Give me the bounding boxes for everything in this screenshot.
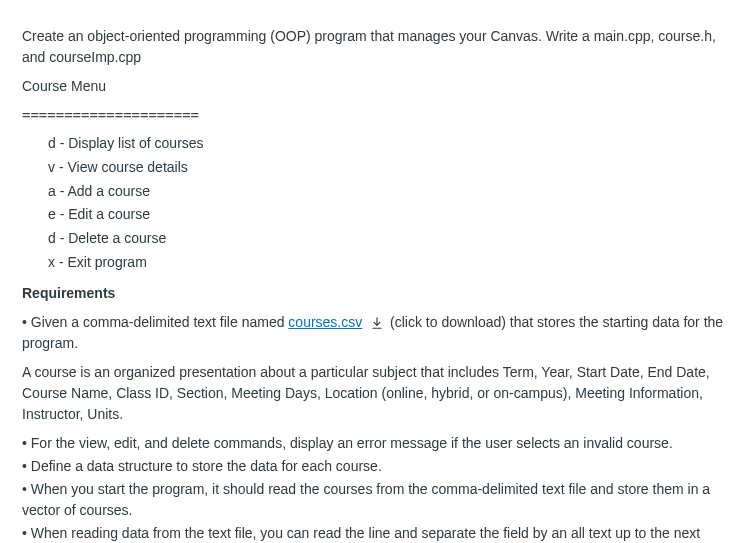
menu-item: v - View course details bbox=[48, 156, 731, 180]
menu-list: d - Display list of courses v - View cou… bbox=[22, 132, 731, 275]
requirement-file-line: • Given a comma-delimited text file name… bbox=[22, 312, 731, 354]
bullet-item: • When reading data from the text file, … bbox=[22, 523, 731, 543]
requirements-heading: Requirements bbox=[22, 283, 731, 304]
menu-item: d - Display list of courses bbox=[48, 132, 731, 156]
req1-prefix: • Given a comma-delimited text file name… bbox=[22, 314, 288, 330]
download-icon[interactable] bbox=[370, 316, 384, 330]
bullet-item: • When you start the program, it should … bbox=[22, 479, 731, 521]
menu-item: e - Edit a course bbox=[48, 203, 731, 227]
intro-paragraph: Create an object-oriented programming (O… bbox=[22, 26, 731, 68]
menu-item: x - Exit program bbox=[48, 251, 731, 275]
courses-csv-link[interactable]: courses.csv bbox=[288, 314, 362, 330]
bullet-item: • For the view, edit, and delete command… bbox=[22, 433, 731, 454]
course-menu-title: Course Menu bbox=[22, 76, 731, 97]
bullet-item: • Define a data structure to store the d… bbox=[22, 456, 731, 477]
menu-item: a - Add a course bbox=[48, 180, 731, 204]
menu-item: d - Delete a course bbox=[48, 227, 731, 251]
course-description: A course is an organized presentation ab… bbox=[22, 362, 731, 425]
menu-divider: ===================== bbox=[22, 105, 731, 126]
